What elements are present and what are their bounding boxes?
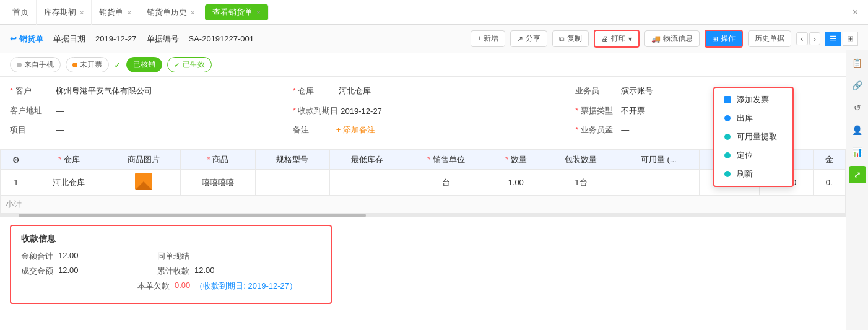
sidebar-icon-2[interactable]: 🔗	[849, 77, 866, 94]
from-mobile-button[interactable]: 来自手机	[10, 57, 61, 72]
tab-bar: 首页 库存期初 × 销货单 × 销货单历史 × 查看销货单 × ×	[0, 0, 868, 25]
note-field: 备注 添加备注	[293, 124, 576, 136]
date-label: 单据日期	[53, 33, 85, 45]
due-label: 本单欠款	[137, 280, 170, 292]
new-button[interactable]: + 新增	[471, 30, 505, 47]
grid-icon: ⊞	[712, 35, 718, 43]
close-tab-inventory[interactable]: ×	[80, 9, 84, 16]
cumulative-label: 累计收款	[157, 266, 189, 277]
doc-meta: 单据日期 2019-12-27 单据编号 SA-20191227-001	[53, 33, 254, 45]
menu-add-invoice[interactable]: 添加发票	[714, 90, 792, 109]
share-icon: ↗	[517, 35, 523, 43]
cumulative-item: 累计收款 12.00	[157, 266, 269, 277]
close-tab-view[interactable]: ×	[256, 9, 260, 16]
sidebar-icon-expand[interactable]: ⤢	[849, 166, 866, 183]
tab-sales-order[interactable]: 销货单 ×	[92, 0, 139, 25]
tab-sales-history[interactable]: 销货单历史 ×	[139, 0, 202, 25]
payment-box: 收款信息 金额合计 12.00 同单现结 — 成交金额 12.00 累计收款 1…	[10, 225, 332, 304]
copy-button[interactable]: ⧉ 复制	[552, 30, 589, 47]
sidebar-icon-4[interactable]: 👤	[849, 121, 866, 139]
row-product-img	[106, 170, 180, 196]
row-unit: 台	[404, 170, 488, 196]
close-tab-history[interactable]: ×	[191, 9, 194, 16]
warehouse-field: 仓库 河北仓库	[293, 84, 576, 98]
customer-field: 客户 柳州粤港平安气体有限公司	[10, 84, 293, 98]
tab-inventory-init[interactable]: 库存期初 ×	[37, 0, 92, 25]
menu-available-qty[interactable]: 可用量提取	[714, 128, 792, 146]
warehouse-value: 河北仓库	[336, 84, 373, 98]
due-date-field: 收款到期日 2019-12-27	[293, 105, 576, 117]
no-value: SA-20191227-001	[189, 34, 254, 43]
row-min-stock	[329, 170, 404, 196]
mobile-dot	[17, 63, 22, 67]
print-icon: 🖨	[601, 35, 609, 43]
date-value: 2019-12-27	[95, 34, 137, 43]
address-value: —	[53, 105, 66, 117]
total-amount-label: 金额合计	[21, 251, 53, 262]
due-date-label: 收款到期日	[293, 105, 339, 116]
logistics-button[interactable]: 🚚 物流信息	[644, 30, 700, 47]
available-qty-icon	[723, 132, 732, 141]
transaction-label: 成交金额	[21, 266, 53, 277]
toolbar: + 新增 ↗ 分享 ⧉ 复制 🖨 打印 ▾ 🚚 物流信息 ⊞ 操作	[471, 30, 858, 48]
sidebar-icon-3[interactable]: ↺	[849, 99, 866, 116]
menu-outbound[interactable]: 出库	[714, 109, 792, 128]
scroll-thumb[interactable]	[19, 214, 366, 217]
effective-button[interactable]: ✓ 已生效	[167, 57, 212, 72]
project-field: 项目 —	[10, 124, 293, 136]
locate-icon	[723, 151, 732, 160]
payment-title: 收款信息	[21, 233, 321, 245]
not-open-button[interactable]: 未开票	[66, 57, 109, 72]
truck-icon: 🚚	[651, 35, 661, 43]
doc-title: ↩ 销货单	[10, 33, 43, 45]
project-value: —	[53, 124, 66, 136]
menu-locate[interactable]: 定位	[714, 146, 792, 165]
dropdown-menu: 添加发票 出库 可用量提取 定位 刷新	[713, 87, 794, 187]
history-button[interactable]: 历史单据	[748, 30, 791, 47]
col-amount: 金	[813, 150, 845, 170]
col-available: 可用量 (...	[618, 150, 699, 170]
col-quantity: 数量	[488, 150, 544, 170]
col-product-img: 商品图片	[106, 150, 180, 170]
invoice-icon	[723, 95, 732, 104]
grid-view-button[interactable]: ⊞	[843, 32, 858, 46]
close-window-button[interactable]: ×	[848, 7, 863, 18]
row-spec	[255, 170, 329, 196]
list-view-button[interactable]: ☰	[825, 32, 841, 46]
same-order-value: —	[194, 251, 202, 262]
payment-row-1: 金额合计 12.00 同单现结 —	[21, 251, 321, 262]
sidebar-icon-1[interactable]: 📋	[849, 54, 866, 72]
ticket-type-value: 不开票	[618, 104, 648, 118]
total-amount-item: 金额合计 12.00	[21, 251, 132, 262]
checked-button[interactable]: 已核销	[126, 57, 162, 72]
subtotal-label: 小计	[1, 196, 846, 214]
right-sidebar: 📋 🔗 ↺ 👤 📊 ⤢	[846, 50, 868, 330]
payment-row-3: 本单欠款 0.00 （收款到期日: 2019-12-27）	[21, 280, 321, 292]
share-button[interactable]: ↗ 分享	[510, 30, 547, 47]
row-product: 嘻嘻嘻嘻	[181, 170, 255, 196]
col-unit: 销售单位	[404, 150, 488, 170]
address-label: 客户地址	[10, 105, 53, 116]
employee-value: 演示账号	[618, 84, 656, 98]
nav-arrows: ‹ ›	[796, 32, 820, 45]
print-button[interactable]: 🖨 打印 ▾	[594, 30, 640, 48]
row-quantity: 1.00	[488, 170, 544, 196]
col-pack-qty: 包装数量	[544, 150, 618, 170]
close-tab-sales[interactable]: ×	[127, 9, 131, 16]
project-label: 项目	[10, 124, 53, 136]
sidebar-icon-5[interactable]: 📊	[849, 144, 866, 161]
menu-refresh[interactable]: 刷新	[714, 165, 792, 183]
add-note-button[interactable]: 添加备注	[336, 124, 375, 136]
operate-button[interactable]: ⊞ 操作	[705, 30, 743, 48]
next-button[interactable]: ›	[809, 32, 820, 45]
tab-view-sales[interactable]: 查看销货单 ×	[205, 4, 268, 20]
col-settings[interactable]: ⚙	[1, 150, 32, 170]
prev-button[interactable]: ‹	[796, 32, 807, 45]
row-warehouse: 河北仓库	[32, 170, 106, 196]
tab-home[interactable]: 首页	[5, 0, 37, 25]
transaction-value: 12.00	[58, 266, 79, 277]
status-bar: 来自手机 未开票 ✓ 已核销 ✓ 已生效	[0, 53, 868, 77]
row-available	[618, 170, 699, 196]
salesman-value: —	[618, 124, 631, 136]
due-note: （收款到期日: 2019-12-27）	[195, 280, 297, 292]
